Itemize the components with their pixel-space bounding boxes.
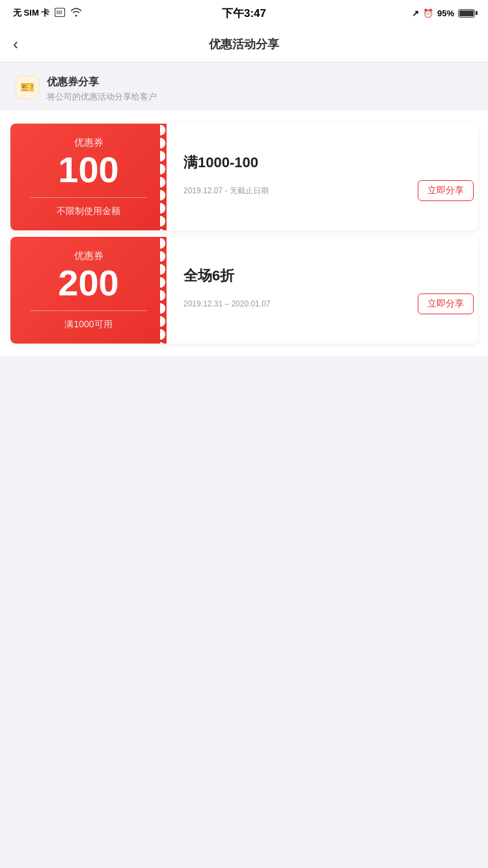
coupon-right-1: 满1000-100 2019.12.07 - 无截止日期 立即分享 xyxy=(173,124,478,230)
coupon-right-2: 全场6折 2019.12.31 – 2020.01.07 立即分享 xyxy=(173,237,478,344)
coupon-label-2: 优惠券 xyxy=(74,250,103,262)
coupon-date-1: 2019.12.07 - 无截止日期 xyxy=(183,185,413,197)
coupon-amount-2: 200 xyxy=(58,265,118,301)
location-icon: ↗ xyxy=(412,8,419,18)
coupon-condition-2: 满1000可用 xyxy=(64,319,112,331)
coupon-name-1: 满1000-100 xyxy=(183,153,474,172)
section-header: 🎫 优惠券分享 将公司的优惠活动分享给客户 xyxy=(0,62,488,111)
share-button-2[interactable]: 立即分享 xyxy=(418,293,474,314)
page-title: 优惠活动分享 xyxy=(209,36,279,52)
status-left: 无 SIM 卡 xyxy=(13,7,82,19)
battery-icon xyxy=(458,9,475,18)
coupons-container: 优惠券 100 不限制使用金额 满1000-100 2019.12.07 - 无… xyxy=(0,111,488,357)
bottom-area xyxy=(0,357,488,682)
coupon-meta-2: 2019.12.31 – 2020.01.07 立即分享 xyxy=(183,293,474,314)
share-button-1[interactable]: 立即分享 xyxy=(418,180,474,201)
wifi-icon xyxy=(70,8,82,19)
alarm-icon: ⏰ xyxy=(423,8,433,18)
section-subtitle: 将公司的优惠活动分享给客户 xyxy=(47,91,157,103)
status-right: ↗ ⏰ 95% xyxy=(412,8,475,18)
coupon-left-1: 优惠券 100 不限制使用金额 xyxy=(10,124,167,230)
carrier-text: 无 SIM 卡 xyxy=(13,7,49,19)
coupon-amount-1: 100 xyxy=(58,152,118,188)
sim-icon xyxy=(55,8,65,19)
coupon-name-2: 全场6折 xyxy=(183,266,474,286)
coupon-label-1: 优惠券 xyxy=(74,137,103,149)
nav-bar: ‹ 优惠活动分享 xyxy=(0,26,488,62)
coupon-card-2: 优惠券 200 满1000可用 全场6折 2019.12.31 – 2020.0… xyxy=(10,237,478,344)
section-icon: 🎫 xyxy=(16,75,39,99)
status-time: 下午3:47 xyxy=(222,6,266,21)
coupon-divider-2 xyxy=(30,310,147,311)
status-bar: 无 SIM 卡 下午3:47 ↗ ⏰ 95% xyxy=(0,0,488,26)
coupon-divider-1 xyxy=(30,197,147,198)
section-title: 优惠券分享 xyxy=(47,75,157,89)
coupon-date-2: 2019.12.31 – 2020.01.07 xyxy=(183,299,413,308)
coupon-left-2: 优惠券 200 满1000可用 xyxy=(10,237,167,344)
coupon-meta-1: 2019.12.07 - 无截止日期 立即分享 xyxy=(183,180,474,201)
back-button[interactable]: ‹ xyxy=(13,36,18,52)
battery-pct: 95% xyxy=(437,8,454,18)
coupon-condition-1: 不限制使用金额 xyxy=(57,206,120,217)
coupon-card-1: 优惠券 100 不限制使用金额 满1000-100 2019.12.07 - 无… xyxy=(10,124,478,230)
svg-rect-0 xyxy=(55,8,65,16)
section-text: 优惠券分享 将公司的优惠活动分享给客户 xyxy=(47,75,157,103)
